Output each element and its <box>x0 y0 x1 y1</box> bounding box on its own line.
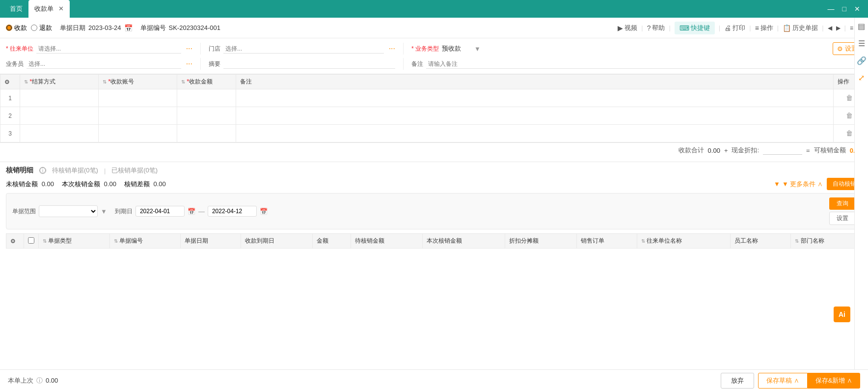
save-new-btn[interactable]: 保存&新增 ∧ <box>808 373 860 389</box>
action-print[interactable]: 🖨打印 <box>724 24 745 32</box>
col-due-date: 收款到期日 <box>241 234 313 249</box>
action-help[interactable]: ?帮助 <box>647 24 665 32</box>
due-date-filter: 到期日 📅 — 📅 <box>115 206 268 217</box>
top-nav-bar: 首页 收款单 ✕ — □ ✕ <box>0 0 868 18</box>
hexiao-info-icon[interactable]: ⓘ <box>39 167 46 174</box>
receipt-table: ⚙ ⇅ *结算方式 ⇅ *收款账号 ⇅ *收款金额 备注 操作 1 🗑 <box>0 74 868 142</box>
store-input[interactable] <box>223 44 384 54</box>
minimize-btn[interactable]: — <box>824 5 839 13</box>
row-delete-btn[interactable]: 🗑 <box>844 112 854 119</box>
bottom-gear-col[interactable]: ⚙ <box>6 234 24 249</box>
col-dept-name: ⇅ 部门名称 <box>791 234 862 249</box>
action-shortcut[interactable]: ⌨快捷键 <box>675 22 715 34</box>
staff-input[interactable] <box>27 59 181 69</box>
action-video[interactable]: ▶视频 <box>618 24 637 32</box>
range-chevron-icon[interactable]: ▼ <box>101 208 107 215</box>
row-delete-btn[interactable]: 🗑 <box>844 129 854 137</box>
counterparty-more-icon[interactable]: ··· <box>186 44 192 53</box>
col-staff-name: 员工名称 <box>731 234 791 249</box>
gear-icon: ⚙ <box>837 45 843 53</box>
redemption-diff-val: 0.00 <box>154 180 166 188</box>
row-delete-btn[interactable]: 🗑 <box>844 94 854 102</box>
summary-input[interactable] <box>223 59 395 69</box>
calendar-from-icon[interactable]: 📅 <box>188 208 195 215</box>
hexiao-stats: 未核销金额 0.00 本次核销金额 0.00 核销差额 0.00 <box>6 180 166 189</box>
counterparty-field: * 往来单位 ··· <box>6 44 192 54</box>
action-history[interactable]: 📋历史单据 <box>783 24 818 32</box>
summary-row: 收款合计 0.00 + 现金折扣: = 可核销金额 0.00 <box>0 142 868 158</box>
col-doc-type: ⇅ 单据类型 <box>39 234 110 249</box>
range-select[interactable] <box>39 205 98 217</box>
hexiao-filter-row: 单据范围 ▼ 到期日 📅 — 📅 查询 设置 <box>6 193 862 229</box>
hexiao-stats-row: 未核销金额 0.00 本次核销金额 0.00 核销差额 0.00 ▼ ▼ 更多条… <box>6 178 862 193</box>
tab-pending[interactable]: 待核销单据(0笔) <box>52 166 98 175</box>
col-unit-name: ⇅ 往来单位名称 <box>637 234 731 249</box>
toolbar-actions: ▶视频 | ?帮助 | ⌨快捷键 | 🖨打印 | ≡操作 | 📋历史单据 | <box>618 22 862 34</box>
filter-settings-btn[interactable]: 设置 <box>829 212 856 225</box>
hexiao-right-actions: ▼ ▼ 更多条件 ∧ 自动核销 <box>774 178 862 190</box>
save-btn-group: 保存草稿 ∧ 保存&新增 ∧ <box>758 373 860 389</box>
col-pending-amount: 待核销金额 <box>351 234 422 249</box>
select-all-checkbox[interactable] <box>28 237 34 244</box>
date-field: 单据日期 2023-03-24 📅 <box>60 24 133 32</box>
query-btn[interactable]: 查询 <box>829 197 856 210</box>
sidebar-list-icon[interactable]: ☰ <box>858 39 865 48</box>
col-remarks: 备注 <box>236 75 834 89</box>
sidebar-link-icon[interactable]: 🔗 <box>857 56 867 65</box>
due-date-from-input[interactable] <box>136 206 185 217</box>
more-conditions-btn[interactable]: ▼ ▼ 更多条件 ∧ <box>774 180 823 189</box>
main-content: 收款 退款 单据日期 2023-03-24 📅 单据编号 SK-20230324… <box>0 18 868 391</box>
bottom-table: ⚙ ⇅ 单据类型 ⇅ 单据编号 单据日期 收款到期日 金额 待核销金额 本次核销… <box>6 233 862 249</box>
nav-next[interactable]: ▶ <box>836 25 841 31</box>
nav-item-receipt[interactable]: 收款单 ✕ <box>28 0 70 18</box>
sidebar-table-icon[interactable]: ▤ <box>858 22 865 31</box>
staff-field: 业务员 ··· <box>6 59 192 69</box>
summary-field: 摘要 <box>209 59 395 69</box>
footer-actions: 放弃 保存草稿 ∧ 保存&新增 ∧ <box>721 373 860 389</box>
bottom-checkbox-col <box>24 234 39 249</box>
footer-info-icon[interactable]: ⓘ <box>36 376 43 385</box>
action-operations[interactable]: ≡操作 <box>755 24 773 32</box>
hexiao-header: 核销明细 ⓘ 待核销单据(0笔) | 已核销单据(0笔) <box>6 166 862 175</box>
close-tab-icon[interactable]: ✕ <box>58 5 64 12</box>
counterparty-input[interactable] <box>36 44 181 54</box>
calendar-icon[interactable]: 📅 <box>124 24 133 32</box>
table-row: 3 🗑 ⧉ <box>0 125 868 142</box>
table-row: 2 🗑 ⧉ <box>0 107 868 125</box>
col-settlement: ⇅ *结算方式 <box>20 75 99 89</box>
ai-widget[interactable]: Ai <box>834 307 850 322</box>
receipt-table-section: ⚙ ⇅ *结算方式 ⇅ *收款账号 ⇅ *收款金额 备注 操作 1 🗑 <box>0 74 868 142</box>
radio-refund[interactable]: 退款 <box>31 24 52 32</box>
remarks-field: 备注 <box>411 59 862 69</box>
radio-group: 收款 退款 <box>6 24 52 32</box>
unredeemed-val: 0.00 <box>42 180 54 188</box>
calendar-to-icon[interactable]: 📅 <box>260 208 268 215</box>
due-date-to-input[interactable] <box>208 206 257 217</box>
nav-item-home[interactable]: 首页 <box>4 0 28 18</box>
cash-discount-input[interactable] <box>763 146 802 155</box>
radio-receipt[interactable]: 收款 <box>6 24 27 32</box>
table-settings-col[interactable]: ⚙ <box>0 75 20 89</box>
col-this-amount: 本次核销金额 <box>422 234 505 249</box>
form-row-1: * 往来单位 ··· 门店 ··· * 业务类型 预收款 ▼ ⚙ 设置 <box>6 42 862 55</box>
tab-completed[interactable]: 已核销单据(0笔) <box>111 166 158 175</box>
form-section: * 往来单位 ··· 门店 ··· * 业务类型 预收款 ▼ ⚙ 设置 <box>0 38 868 74</box>
save-draft-btn[interactable]: 保存草稿 ∧ <box>758 373 808 389</box>
business-type-field: * 业务类型 预收款 ▼ <box>411 44 622 53</box>
col-sales-order: 销售订单 <box>577 234 637 249</box>
hexiao-title: 核销明细 <box>6 166 33 175</box>
col-amount: 金额 <box>313 234 351 249</box>
remarks-input[interactable] <box>426 59 862 69</box>
col-doc-number: ⇅ 单据编号 <box>109 234 181 249</box>
total-receipt-val: 0.00 <box>708 147 720 154</box>
close-window-btn[interactable]: ✕ <box>850 5 864 13</box>
abandon-btn[interactable]: 放弃 <box>721 373 754 389</box>
view-list[interactable]: ≡ <box>850 25 853 31</box>
maximize-btn[interactable]: □ <box>839 5 850 13</box>
nav-prev[interactable]: ◀ <box>828 25 832 31</box>
col-doc-date: 单据日期 <box>181 234 241 249</box>
store-more-icon[interactable]: ··· <box>389 44 395 53</box>
business-type-chevron[interactable]: ▼ <box>474 45 481 53</box>
sidebar-expand-icon[interactable]: ⤢ <box>858 73 865 83</box>
staff-more-icon[interactable]: ··· <box>186 59 192 68</box>
